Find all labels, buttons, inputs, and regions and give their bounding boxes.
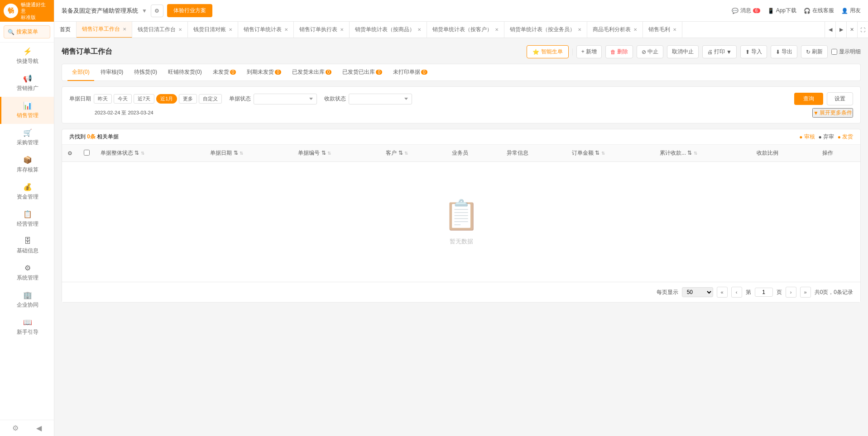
tab-fullscreen[interactable]: ⛶ (857, 22, 868, 38)
filter-tab-overdue-unshipped[interactable]: 到期未发货 0 (242, 64, 286, 81)
cancel-suspend-button[interactable]: 取消中止 (667, 45, 699, 58)
user-button[interactable]: 👤 用友 (841, 7, 861, 14)
sidebar-item-finance[interactable]: 💰 资金管理 (0, 178, 54, 205)
tab-close-gross-margin[interactable]: ✕ (633, 27, 637, 32)
settings-filter-button[interactable]: 设置 (827, 92, 853, 105)
settings-icon[interactable]: ⚙ (12, 424, 19, 432)
tab-close-sales-profit[interactable]: ✕ (673, 27, 676, 32)
collapse-icon[interactable]: ◀ (36, 424, 42, 432)
search-menu-button[interactable]: 🔍 搜索菜单 (4, 25, 50, 38)
status-filter-select[interactable] (254, 94, 317, 104)
sidebar-item-guide[interactable]: 📖 新手引导 (0, 313, 54, 341)
sort-icon-amount: ⇅ (595, 150, 599, 156)
message-button[interactable]: 💬 消息 6 (732, 7, 760, 14)
sidebar-item-quicknav[interactable]: ⚡ 快捷导航 (0, 43, 54, 70)
settings-button[interactable]: ⚙ (151, 5, 163, 17)
payment-filter-select[interactable] (349, 94, 412, 104)
sales-icon: 📊 (23, 101, 32, 110)
th-customer[interactable]: 客户 ⇅ (380, 145, 446, 162)
show-detail-checkbox-label[interactable]: 显示明细 (831, 48, 861, 56)
tab-sales-stat-product[interactable]: 销货单统计表（按商品） ✕ (350, 22, 427, 38)
star-icon: ⭐ (532, 49, 539, 55)
th-number[interactable]: 单据编号 ⇅ (293, 145, 380, 162)
first-page-button[interactable]: « (717, 287, 728, 298)
filter-tab-shipped-out[interactable]: 已发货已出库 0 (338, 64, 387, 81)
tab-close-sales-execution[interactable]: ✕ (340, 27, 344, 32)
topbar-dropdown-icon[interactable]: ▼ (142, 8, 147, 14)
tab-cash-reconcile[interactable]: 钱货日清对账 ✕ (188, 22, 238, 38)
industry-btn[interactable]: 体验行业方案 (167, 4, 212, 17)
filter-date-today[interactable]: 今天 (114, 94, 132, 104)
sidebar-search-section: 🔍 搜索菜单 (0, 22, 54, 43)
filter-date-1month[interactable]: 近1月 (156, 94, 177, 104)
refresh-button[interactable]: ↻ 刷新 (801, 45, 828, 58)
ship-button[interactable]: ● 发货 (838, 133, 853, 141)
filter-tab-not-printed[interactable]: 未打印单据 0 (388, 64, 432, 81)
page-number-input[interactable] (755, 288, 773, 297)
filter-tab-wangpu-pending[interactable]: 旺铺待发货(0) (163, 64, 206, 81)
tab-sales-profit[interactable]: 销售毛利 ✕ (643, 22, 682, 38)
prev-page-button[interactable]: ‹ (731, 287, 742, 298)
smart-generate-button[interactable]: ⭐ 智能生单 (527, 45, 569, 58)
sidebar-item-inventory[interactable]: 📦 库存核算 (0, 151, 54, 178)
select-all-checkbox[interactable] (84, 150, 90, 156)
filter-tab-unshipped[interactable]: 未发货 0 (208, 64, 241, 81)
sidebar-item-sales[interactable]: 📊 销售管理 (0, 97, 54, 124)
tab-close-sales-stat-staff[interactable]: ✕ (578, 27, 581, 32)
import-button[interactable]: ⬆ 导入 (740, 45, 767, 58)
tab-sales-stat-customer[interactable]: 销货单统计表（按客户） ✕ (427, 22, 504, 38)
tab-close-sales-workbench[interactable]: ✕ (123, 27, 126, 32)
tab-gross-margin[interactable]: 商品毛利分析表 ✕ (587, 22, 643, 38)
filter-date-more[interactable]: 更多 (179, 94, 197, 104)
filter-tab-pending-inspect[interactable]: 待拣货(0) (129, 64, 162, 81)
th-date[interactable]: 单据日期 ⇅ (205, 145, 293, 162)
sidebar-item-basic[interactable]: 🗄 基础信息 (0, 232, 54, 259)
sidebar-item-operations[interactable]: 📋 经营管理 (0, 205, 54, 232)
anti-review-button[interactable]: ● 弃审 (819, 133, 834, 141)
sidebar-item-purchase[interactable]: 🛒 采购管理 (0, 124, 54, 151)
add-button[interactable]: + 新增 (576, 45, 602, 58)
tab-scroll-right[interactable]: ▶ (835, 22, 846, 38)
tab-sales-stats[interactable]: 销售订单统计表 ✕ (238, 22, 294, 38)
query-button[interactable]: 查询 (794, 93, 823, 105)
operations-icon: 📋 (23, 210, 32, 218)
tab-sales-stat-staff[interactable]: 销货单统计表（按业务员） ✕ (504, 22, 587, 38)
review-button[interactable]: ● 审核 (799, 133, 815, 141)
show-detail-checkbox[interactable] (831, 49, 837, 55)
tab-close-cash-daily[interactable]: ✕ (178, 27, 182, 32)
per-page-select[interactable]: 50 10 20 100 (682, 287, 713, 297)
tab-close-cash-reconcile[interactable]: ✕ (229, 27, 232, 32)
filter-tab-pending-review[interactable]: 待审核(0) (96, 64, 128, 81)
tab-close-sales-stat-customer[interactable]: ✕ (495, 27, 499, 32)
online-service-button[interactable]: 🎧 在线客服 (804, 7, 834, 14)
filter-tab-all[interactable]: 全部(0) (67, 64, 94, 81)
tab-scroll-left[interactable]: ◀ (825, 22, 835, 38)
delete-button[interactable]: 🗑 删除 (605, 45, 633, 58)
th-amount[interactable]: 订单金额 ⇅ (566, 145, 654, 162)
filter-date-7days[interactable]: 近7天 (134, 94, 154, 104)
export-button[interactable]: ⬇ 导出 (771, 45, 797, 58)
next-page-button[interactable]: › (786, 287, 796, 298)
tab-close-all[interactable]: ✕ (846, 22, 857, 38)
tab-home[interactable]: 首页 (54, 22, 77, 38)
column-settings-icon[interactable]: ⚙ (67, 150, 72, 156)
filter-row-1: 单据日期 昨天 今天 近7天 近1月 更多 自定义 单据状态 (69, 92, 853, 105)
filter-tab-shipped-not-out[interactable]: 已发货未出库 0 (288, 64, 336, 81)
sidebar-item-system[interactable]: ⚙ 系统管理 (0, 259, 54, 286)
print-button[interactable]: 🖨 打印 ▼ (702, 45, 737, 58)
tab-sales-execution[interactable]: 销售订单执行表 ✕ (294, 22, 350, 38)
tab-cash-daily[interactable]: 钱货日清工作台 ✕ (132, 22, 188, 38)
th-status[interactable]: 单据整体状态 ⇅ (95, 145, 205, 162)
sidebar-item-enterprise[interactable]: 🏢 企业协同 (0, 286, 54, 313)
sidebar-item-marketing[interactable]: 📢 营销推广 (0, 70, 54, 97)
th-collected[interactable]: 累计收款... ⇅ (654, 145, 751, 162)
app-download-button[interactable]: 📱 App下载 (767, 7, 796, 14)
last-page-button[interactable]: » (800, 287, 811, 298)
filter-date-custom[interactable]: 自定义 (199, 94, 222, 104)
tab-sales-workbench[interactable]: 销售订单工作台 ✕ (77, 22, 132, 38)
tab-close-sales-stat-product[interactable]: ✕ (417, 27, 421, 32)
suspend-button[interactable]: ⊘ 中止 (637, 45, 663, 58)
expand-filter-button[interactable]: ▼ 展开更多条件 (812, 108, 853, 118)
tab-close-sales-stats[interactable]: ✕ (284, 27, 288, 32)
filter-date-yesterday[interactable]: 昨天 (94, 94, 112, 104)
